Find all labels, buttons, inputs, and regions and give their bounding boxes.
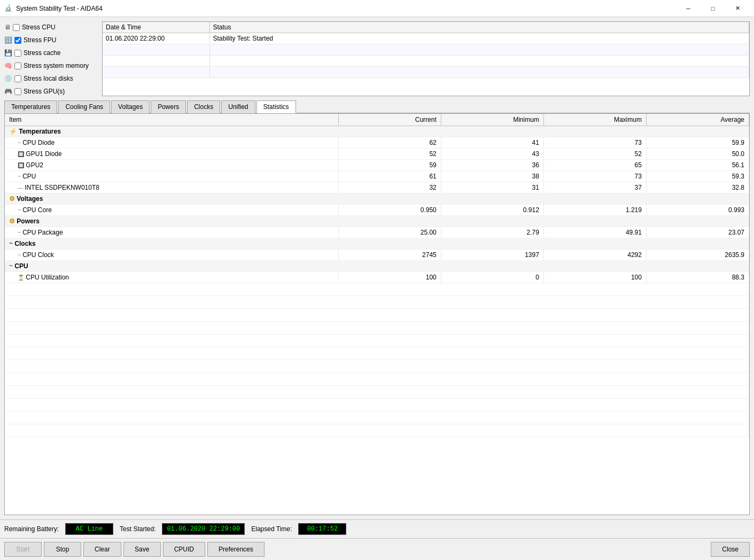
checkbox-stress-disks: 💿 Stress local disks: [4, 73, 98, 84]
save-button[interactable]: Save: [123, 542, 161, 557]
cpu-diode-average: 59.9: [646, 137, 749, 149]
section-powers-label: ⚙ Powers: [5, 216, 749, 227]
preferences-button[interactable]: Preferences: [207, 542, 265, 557]
checkbox-stress-gpu: 🎮 Stress GPU(s): [4, 85, 98, 97]
intel-ssd-minimum: 31: [441, 182, 543, 193]
cpu-util-maximum: 100: [543, 272, 646, 283]
section-cpu: ~ CPU: [5, 261, 749, 272]
top-section: 🖥 Stress CPU 🔢 Stress FPU 💾 Stress cache…: [4, 21, 750, 97]
cpu-core-maximum: 1.219: [543, 205, 646, 216]
thermometer-icon: ⚡: [9, 128, 17, 135]
item-cpu-core: ~ CPU Core: [5, 205, 338, 216]
stress-memory-icon: 🧠: [4, 62, 12, 69]
gpu1-diode-current: 52: [338, 149, 441, 160]
stress-memory-checkbox[interactable]: [14, 63, 21, 69]
section-cpu-label: ~ CPU: [5, 261, 749, 272]
log-row-empty3: [103, 67, 749, 78]
cpu-diode-icon: ~: [18, 140, 21, 146]
cpuid-button[interactable]: CPUID: [163, 542, 205, 557]
stress-disks-checkbox[interactable]: [14, 75, 21, 82]
item-cpu-diode: ~ CPU Diode: [5, 137, 338, 149]
stress-gpu-label: Stress GPU(s): [24, 88, 65, 95]
section-temperatures: ⚡ Temperatures: [5, 126, 749, 137]
log-col-status: Status: [209, 22, 749, 33]
gpu1-diode-average: 50.0: [646, 149, 749, 160]
cpu-util-average: 88.3: [646, 272, 749, 283]
stress-gpu-checkbox[interactable]: [14, 88, 21, 95]
item-cpu-clock: ~ CPU Clock: [5, 250, 338, 261]
gpu1-diode-maximum: 52: [543, 149, 646, 160]
cpu-core-icon: ~: [18, 207, 21, 213]
tab-unified[interactable]: Unified: [221, 100, 255, 113]
col-average: Average: [646, 114, 749, 126]
item-cpu-temp: ~ CPU: [5, 171, 338, 182]
status-bar: Remaining Battery: AC Line Test Started:…: [0, 519, 754, 538]
stress-fpu-label: Stress FPU: [24, 36, 56, 44]
tab-temperatures[interactable]: Temperatures: [4, 100, 57, 113]
tab-statistics[interactable]: Statistics: [256, 100, 296, 113]
powers-section-icon: ⚙: [9, 217, 15, 225]
col-minimum: Minimum: [441, 114, 543, 126]
cpu-section-icon: ~: [9, 262, 13, 270]
item-gpu1-diode: 🔲 GPU1 Diode: [5, 149, 338, 160]
log-table: Date & Time Status 01.06.2020 22:29:00 S…: [103, 22, 749, 78]
remaining-battery-value: AC Line: [65, 523, 113, 535]
cpu-util-minimum: 0: [441, 272, 543, 283]
section-powers: ⚙ Powers: [5, 216, 749, 227]
button-bar: Start Stop Clear Save CPUID Preferences …: [0, 538, 754, 560]
cpu-diode-maximum: 73: [543, 137, 646, 149]
log-row: 01.06.2020 22:29:00 Stability Test: Star…: [103, 33, 749, 44]
gpu1-icon: 🔲: [18, 151, 24, 157]
col-maximum: Maximum: [543, 114, 646, 126]
empty-row-4: [5, 322, 749, 335]
stress-fpu-checkbox[interactable]: [14, 37, 21, 44]
close-button[interactable]: Close: [711, 542, 750, 557]
cpu-clock-average: 2635.9: [646, 250, 749, 261]
empty-row-5: [5, 335, 749, 347]
stress-cpu-label: Stress CPU: [22, 24, 56, 31]
clear-button[interactable]: Clear: [83, 542, 121, 557]
stress-fpu-icon: 🔢: [4, 36, 12, 44]
start-button[interactable]: Start: [4, 542, 42, 557]
intel-ssd-average: 32.8: [646, 182, 749, 193]
gpu1-diode-minimum: 43: [441, 149, 543, 160]
stress-cache-checkbox[interactable]: [14, 50, 21, 57]
tab-voltages[interactable]: Voltages: [111, 100, 150, 113]
item-cpu-package: ~ CPU Package: [5, 227, 338, 238]
tab-cooling-fans[interactable]: Cooling Fans: [58, 100, 110, 113]
cpu-temp-current: 61: [338, 171, 441, 182]
close-window-button[interactable]: ✕: [725, 0, 750, 17]
test-started-label: Test Started:: [120, 525, 156, 533]
row-cpu-diode: ~ CPU Diode 62 41 73 59.9: [5, 137, 749, 149]
row-cpu-util: ⏳ CPU Utilization 100 0 100 88.3: [5, 272, 749, 283]
maximize-button[interactable]: □: [701, 0, 725, 17]
minimize-button[interactable]: ─: [676, 0, 701, 17]
log-panel: Date & Time Status 01.06.2020 22:29:00 S…: [102, 21, 750, 96]
cpu-package-maximum: 49.91: [543, 227, 646, 238]
item-intel-ssd: — INTEL SSDPEKNW010T8: [5, 182, 338, 193]
empty-row-6: [5, 347, 749, 360]
stress-memory-label: Stress system memory: [24, 62, 89, 69]
checkbox-stress-fpu: 🔢 Stress FPU: [4, 34, 98, 46]
stats-table: Item Current Minimum Maximum Average ⚡ T…: [5, 114, 749, 437]
row-intel-ssd: — INTEL SSDPEKNW010T8 32 31 37 32.8: [5, 182, 749, 193]
log-row-empty: [103, 44, 749, 56]
title-bar-controls: ─ □ ✕: [676, 0, 750, 17]
section-clocks-label: ~ Clocks: [5, 238, 749, 250]
item-cpu-util: ⏳ CPU Utilization: [5, 272, 338, 283]
row-gpu2: 🔲 GPU2 59 36 65 56.1: [5, 160, 749, 171]
cpu-diode-current: 62: [338, 137, 441, 149]
tab-powers[interactable]: Powers: [151, 100, 186, 113]
empty-row-2: [5, 296, 749, 309]
checkbox-panel: 🖥 Stress CPU 🔢 Stress FPU 💾 Stress cache…: [4, 21, 98, 97]
cpu-core-average: 0.993: [646, 205, 749, 216]
cpu-temp-average: 59.3: [646, 171, 749, 182]
row-cpu-core: ~ CPU Core 0.950 0.912 1.219 0.993: [5, 205, 749, 216]
stress-cpu-checkbox[interactable]: [13, 24, 20, 31]
cpu-clock-maximum: 4292: [543, 250, 646, 261]
stop-button[interactable]: Stop: [44, 542, 81, 557]
empty-row-3: [5, 309, 749, 322]
stress-disks-label: Stress local disks: [24, 75, 73, 82]
title-bar-text: System Stability Test - AIDA64: [16, 5, 676, 12]
tab-clocks[interactable]: Clocks: [187, 100, 220, 113]
